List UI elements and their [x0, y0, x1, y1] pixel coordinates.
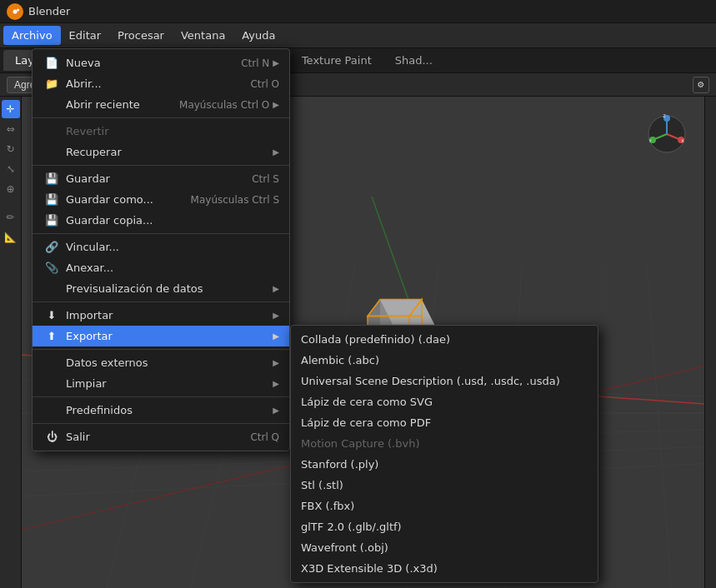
tab-texture-paint[interactable]: Texture Paint	[290, 50, 383, 71]
export-fbx[interactable]: FBX (.fbx)	[291, 496, 598, 516]
menu-bar: Archivo Editar Procesar Ventana Ayuda	[0, 23, 716, 48]
export-collada[interactable]: Collada (predefinido) (.dae)	[291, 329, 598, 350]
menu-item-salir[interactable]: ⏻ Salir Ctrl Q	[33, 426, 289, 447]
app-logo	[7, 3, 23, 20]
sidebar-annotate-icon[interactable]: ✏	[2, 208, 20, 227]
abrir-icon: 📁	[43, 77, 61, 90]
menu-item-revertir: Revertir	[33, 121, 289, 142]
archivo-dropdown: 📄 Nueva Ctrl N ▶ 📁 Abrir... Ctrl O Abrir…	[32, 48, 290, 451]
orientation-gizmo[interactable]: Z X Y	[646, 113, 688, 155]
export-ply[interactable]: Stanford (.ply)	[291, 454, 598, 475]
svg-text:Z: Z	[663, 113, 666, 118]
menu-item-abrir[interactable]: 📁 Abrir... Ctrl O	[33, 73, 289, 94]
sidebar-rotate-icon[interactable]: ↻	[2, 140, 20, 158]
export-submenu: Collada (predefinido) (.dae) Alembic (.a…	[290, 325, 598, 583]
guardar-icon: 💾	[43, 172, 61, 185]
sidebar-cursor-icon[interactable]: ✛	[2, 100, 20, 118]
menu-ventana[interactable]: Ventana	[173, 26, 233, 45]
sidebar-transform-icon[interactable]: ⊕	[2, 180, 20, 198]
menu-item-exportar[interactable]: ⬆ Exportar ▶	[33, 326, 289, 346]
menu-item-previsualizacion[interactable]: Previsualización de datos ▶	[33, 278, 289, 299]
exportar-icon: ⬆	[43, 330, 61, 342]
menu-item-guardar-como[interactable]: 💾 Guardar como... Mayúsculas Ctrl S	[33, 189, 289, 210]
menu-procesar[interactable]: Procesar	[109, 26, 173, 45]
export-obj[interactable]: Wavefront (.obj)	[291, 537, 598, 558]
top-bar: Blender	[0, 0, 716, 23]
viewport-options[interactable]: ⚙	[693, 77, 709, 93]
separator-7	[33, 423, 289, 424]
menu-ayuda[interactable]: Ayuda	[233, 26, 283, 45]
export-alembic[interactable]: Alembic (.abc)	[291, 350, 598, 371]
separator-5	[33, 349, 289, 350]
separator-1	[33, 117, 289, 118]
export-pdf[interactable]: Lápiz de cera como PDF	[291, 412, 598, 433]
menu-item-nueva[interactable]: 📄 Nueva Ctrl N ▶	[33, 52, 289, 73]
right-sidebar[interactable]	[704, 97, 716, 588]
export-svg[interactable]: Lápiz de cera como SVG	[291, 391, 598, 412]
tab-shading[interactable]: Shad...	[383, 50, 444, 71]
salir-icon: ⏻	[43, 431, 61, 443]
vincular-icon: 🔗	[43, 241, 61, 253]
svg-point-1	[13, 9, 18, 13]
export-gltf[interactable]: glTF 2.0 (.glb/.gltf)	[291, 516, 598, 537]
separator-4	[33, 301, 289, 302]
anexar-icon: 📎	[43, 262, 61, 274]
menu-item-importar[interactable]: ⬇ Importar ▶	[33, 305, 289, 326]
separator-3	[33, 233, 289, 234]
menu-item-anexar[interactable]: 📎 Anexar...	[33, 257, 289, 278]
guardar-como-icon: 💾	[43, 193, 61, 206]
menu-item-guardar-copia[interactable]: 💾 Guardar copia...	[33, 210, 289, 231]
separator-6	[33, 396, 289, 397]
menu-item-abrir-reciente[interactable]: Abrir reciente Mayúsculas Ctrl O ▶	[33, 94, 289, 115]
svg-text:X: X	[681, 138, 684, 143]
svg-point-2	[17, 8, 19, 11]
sidebar-measure-icon[interactable]: 📐	[2, 228, 20, 247]
menu-item-datos-externos[interactable]: Datos externos ▶	[33, 352, 289, 373]
separator-2	[33, 165, 289, 166]
menu-item-limpiar[interactable]: Limpiar ▶	[33, 373, 289, 394]
menu-item-vincular[interactable]: 🔗 Vincular...	[33, 237, 289, 257]
export-x3d[interactable]: X3D Extensible 3D (.x3d)	[291, 558, 598, 579]
left-sidebar: ✛ ⇔ ↻ ⤡ ⊕ ✏ 📐	[0, 97, 22, 588]
export-bvh: Motion Capture (.bvh)	[291, 433, 598, 454]
menu-item-predefinidos[interactable]: Predefinidos ▶	[33, 400, 289, 421]
app-title: Blender	[28, 5, 70, 17]
guardar-copia-icon: 💾	[43, 214, 61, 227]
sidebar-scale-icon[interactable]: ⤡	[2, 160, 20, 178]
sidebar-move-icon[interactable]: ⇔	[2, 120, 20, 138]
menu-archivo[interactable]: Archivo	[3, 26, 61, 45]
export-stl[interactable]: Stl (.stl)	[291, 475, 598, 496]
nueva-icon: 📄	[43, 57, 61, 69]
importar-icon: ⬇	[43, 309, 61, 321]
menu-item-guardar[interactable]: 💾 Guardar Ctrl S	[33, 168, 289, 189]
export-usd[interactable]: Universal Scene Description (.usd, .usdc…	[291, 371, 598, 391]
menu-item-recuperar[interactable]: Recuperar ▶	[33, 142, 289, 162]
menu-editar[interactable]: Editar	[61, 26, 110, 45]
